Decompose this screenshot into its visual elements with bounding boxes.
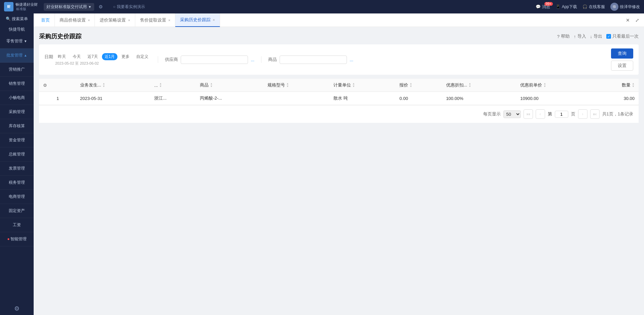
th-price[interactable]: 报价 ▲▼ [395, 79, 442, 92]
sidebar-item-retail[interactable]: 零售管理 ▼ [0, 34, 34, 48]
sidebar-search[interactable]: 🔍 搜索菜单 [0, 13, 34, 25]
th-pre-discount-label: 优惠前单价 [520, 82, 542, 88]
column-settings-icon[interactable]: ⚙ [43, 83, 47, 88]
app-logo-icon: 财 [4, 2, 13, 11]
content-area: 首页 商品价格设置 × 进价策略设置 × 售价提取设置 × 采购历史价跟踪 × … [34, 13, 644, 315]
tab-close-selling-price[interactable]: × [168, 18, 170, 22]
tab-selling-price[interactable]: 售价提取设置 × [135, 13, 175, 27]
goods-more[interactable]: ... [350, 57, 353, 62]
tab-close-price-settings[interactable]: × [88, 18, 90, 22]
import-button[interactable]: ↑ 导入 [574, 33, 586, 39]
sidebar-item-invoice[interactable]: 发票管理 [0, 162, 34, 176]
page-number-input[interactable] [555, 111, 568, 118]
pagination: 每页显示 50 100 200 ⏮ ‹ 第 页 › ⏭ 共1页，1条记录 [39, 105, 639, 123]
first-page-button[interactable]: ⏮ [524, 109, 533, 119]
table-header-row: ⚙ 业务发生... ▲▼ ... [39, 79, 639, 92]
tab-close-purchase-strategy[interactable]: × [128, 18, 130, 22]
th-business-date[interactable]: 业务发生... ▲▼ [76, 79, 150, 92]
last-page-button[interactable]: ⏭ [590, 109, 600, 119]
tab-purchase-history[interactable]: 采购历史价跟踪 × [175, 13, 220, 27]
td-settings [39, 92, 52, 105]
query-button[interactable]: 查询 [611, 48, 633, 59]
demo-link[interactable]: ○ 我要看实例演示 [113, 4, 145, 10]
sidebar-item-wholesale[interactable]: 批发管理 ▲ [0, 48, 34, 63]
filter-settings-button[interactable]: 设置 [611, 61, 633, 71]
sidebar-item-marketing[interactable]: 营销推广 [0, 63, 34, 77]
tab-close-all-button[interactable]: ✕ [624, 16, 632, 24]
edition-settings-icon[interactable]: ⚙ [97, 3, 105, 11]
avatar: 徐 [610, 3, 618, 11]
gear-icon: ⚙ [14, 305, 20, 312]
th-quantity[interactable]: 数量 ▲▼ [592, 79, 639, 92]
app-download-button[interactable]: 📱 App下载 [556, 4, 577, 10]
date-filter: 日期 昨天 今天 近7天 近1月 更多 自定义 2023-05-02 至 202… [44, 53, 151, 66]
header-left: 财 畅捷通好业财 标准版 好业财标准版交付试用 ▼ ⚙ ○ 我要看实例演示 [4, 2, 145, 11]
tab-price-settings[interactable]: 商品价格设置 × [55, 13, 95, 27]
date-1month[interactable]: 近1月 [102, 53, 118, 60]
th-spec[interactable]: 规格型号 ▲▼ [263, 79, 329, 92]
export-button[interactable]: ↓ 导出 [590, 33, 603, 39]
headset-icon: 🎧 [582, 4, 587, 9]
th-pre-discount-price[interactable]: 优惠前单价 ▲▼ [516, 79, 592, 92]
sidebar-quick-nav[interactable]: 快捷导航 [0, 25, 34, 34]
th-settings[interactable]: ⚙ [39, 79, 52, 92]
sidebar-item-finance[interactable]: 资金管理 [0, 133, 34, 147]
user-info[interactable]: 徐 徐泽华修改 [610, 3, 640, 11]
th-goods[interactable]: 商品 ▲▼ [196, 79, 263, 92]
sidebar-item-sales[interactable]: 销售管理 [0, 77, 34, 91]
table-body: 1 2023-05-31 浙江... 丙烯酸-2-... 散水 吨 0.00 1… [39, 92, 639, 105]
date-7days[interactable]: 近7天 [85, 53, 101, 60]
td-business-date: 2023-05-31 [76, 92, 150, 105]
date-more[interactable]: 更多 [119, 53, 132, 60]
tab-purchase-strategy[interactable]: 进价策略设置 × [95, 13, 135, 27]
td-discount: 100.00% [442, 92, 516, 105]
th-unit-label: 计量单位 [333, 82, 351, 88]
prev-page-button[interactable]: ‹ [536, 109, 545, 119]
supplier-more[interactable]: ... [251, 57, 254, 62]
table-container: ⚙ 业务发生... ▲▼ ... [39, 79, 639, 105]
filter-area: 日期 昨天 今天 近7天 近1月 更多 自定义 2023-05-02 至 202… [39, 44, 639, 75]
help-button[interactable]: ? 帮助 [557, 33, 570, 39]
tab-expand-button[interactable]: ⤢ [633, 16, 641, 24]
edition-selector[interactable]: 好业财标准版交付试用 ▼ [44, 3, 94, 11]
only-last-checkbox[interactable] [606, 34, 611, 39]
only-last-toggle[interactable]: 只看最后一次 [606, 33, 639, 39]
per-page-label: 每页显示 [483, 111, 501, 117]
date-range-text: 2023-05-02 至 2023-06-02 [55, 61, 99, 66]
app-logo-text: 畅捷通好业财 标准版 [15, 2, 38, 11]
sort-icon-pre-discount: ▲▼ [543, 82, 546, 88]
sidebar-settings-button[interactable]: ⚙ [0, 302, 34, 315]
th-business-date-label: 业务发生... [80, 82, 101, 88]
goods-input[interactable] [280, 56, 347, 64]
page-content: 采购历史价跟踪 ? 帮助 ↑ 导入 ↓ 导出 [34, 27, 644, 315]
per-page-select[interactable]: 50 100 200 [503, 110, 521, 118]
messages-button[interactable]: 💬 消息 99+ [536, 4, 550, 10]
page-label-text: 第 [548, 111, 552, 117]
sidebar-item-ecommerce-small[interactable]: 小畅电商 [0, 91, 34, 105]
sidebar-item-inventory[interactable]: 库存核算 [0, 119, 34, 133]
th-extra-label: ... [154, 83, 158, 88]
tab-close-purchase-history[interactable]: × [213, 18, 215, 22]
sidebar-item-ecommerce[interactable]: 电商管理 [0, 190, 34, 204]
th-unit[interactable]: 计量单位 ▲▼ [329, 79, 395, 92]
page-actions: ? 帮助 ↑ 导入 ↓ 导出 只看最后一次 [557, 33, 639, 39]
total-info: 共1页，1条记录 [602, 111, 633, 117]
online-service-button[interactable]: 🎧 在线客服 [582, 4, 605, 10]
th-extra[interactable]: ... ▲▼ [150, 79, 196, 92]
next-page-button[interactable]: › [578, 109, 587, 119]
date-yesterday[interactable]: 昨天 [55, 53, 69, 60]
sidebar-item-fixed-assets[interactable]: 固定资产 [0, 204, 34, 218]
date-custom[interactable]: 自定义 [134, 53, 151, 60]
sort-icon-price: ▲▼ [409, 82, 412, 88]
sidebar-item-tax[interactable]: 税务管理 [0, 176, 34, 190]
sidebar-item-purchase[interactable]: 采购管理 [0, 105, 34, 119]
th-discount[interactable]: 优惠折扣... ▲▼ [442, 79, 516, 92]
th-goods-label: 商品 [200, 82, 209, 88]
sidebar-item-ledger[interactable]: 总账管理 [0, 147, 34, 162]
supplier-input[interactable] [181, 56, 248, 64]
sidebar-item-intelligent[interactable]: ●智能管理 [0, 232, 34, 246]
tab-home[interactable]: 首页 [36, 13, 55, 27]
sidebar-item-salary[interactable]: 工资 [0, 218, 34, 232]
date-today[interactable]: 今天 [70, 53, 83, 60]
chevron-down-icon: ▼ [88, 5, 92, 9]
